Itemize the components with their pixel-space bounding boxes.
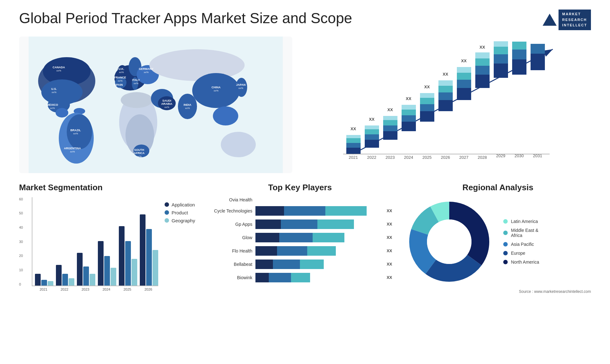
svg-text:xx%: xx%: [118, 79, 122, 82]
player-value: XX: [387, 262, 392, 266]
svg-rect-103: [475, 75, 490, 88]
svg-text:2024: 2024: [404, 155, 413, 160]
bar-chart-container: XX 2021 XX 2022 XX 2023: [305, 37, 591, 173]
svg-text:xx%: xx%: [73, 132, 78, 135]
seg-bar-app: [77, 253, 83, 286]
seg-bar-app: [140, 214, 146, 286]
svg-text:2027: 2027: [459, 155, 469, 160]
legend-dot-product: [165, 210, 169, 215]
player-ovia-health: Ovia Health: [208, 197, 392, 202]
bar-seg1: [255, 246, 277, 256]
svg-text:JAPAN: JAPAN: [236, 83, 246, 86]
seg-xlabel-2025: 2025: [118, 287, 137, 291]
svg-rect-116: [512, 42, 526, 50]
svg-text:XX: XX: [424, 84, 430, 89]
segmentation-title: Market Segmentation: [19, 183, 195, 192]
svg-text:SOUTH: SOUTH: [134, 148, 144, 152]
svg-rect-104: [475, 66, 490, 75]
legend-dot-europe: [503, 251, 508, 255]
player-value: XX: [387, 235, 392, 240]
seg-bar-product: [146, 229, 152, 286]
seg-group-2021: [35, 274, 53, 286]
legend-dot-asia-pacific: [503, 242, 508, 246]
player-cycle-technologies: Cycle Technologies XX: [208, 206, 392, 216]
player-bar: [255, 246, 381, 256]
regional-section: Regional Analysis: [405, 183, 591, 316]
legend-label-product: Product: [172, 210, 188, 215]
svg-text:GERMANY: GERMANY: [139, 67, 153, 71]
seg-bar-product: [104, 256, 110, 286]
svg-rect-114: [512, 59, 526, 75]
svg-rect-75: [383, 120, 397, 125]
player-name: Glow: [208, 235, 252, 240]
svg-text:XX: XX: [443, 72, 448, 77]
bar-seg2: [273, 260, 300, 269]
svg-rect-109: [494, 64, 508, 78]
donut-chart: [405, 197, 494, 286]
svg-point-8: [67, 114, 92, 149]
legend-north-america: North America: [503, 260, 539, 265]
donut-svg: [405, 197, 494, 286]
player-bar: [255, 260, 381, 269]
segmentation-bars: [32, 197, 158, 286]
player-name: Gp Apps: [208, 222, 252, 227]
page-title: Global Period Tracker Apps Market Size a…: [19, 10, 352, 27]
bar-seg3: [313, 233, 344, 242]
svg-rect-106: [475, 52, 490, 58]
seg-bar-product: [125, 241, 131, 286]
top-section: CANADA xx% U.S. xx% MEXICO xx% BRAZIL xx…: [19, 37, 591, 173]
svg-text:xx%: xx%: [164, 106, 169, 109]
svg-rect-67: [365, 140, 379, 148]
player-name: Flo Health: [208, 248, 252, 253]
svg-text:XX: XX: [406, 96, 411, 101]
seg-xlabel-2022: 2022: [55, 287, 74, 291]
svg-text:xx%: xx%: [144, 71, 148, 74]
svg-text:xx%: xx%: [56, 69, 61, 72]
players-title: Top Key Players: [208, 183, 392, 192]
seg-bar-geo: [111, 268, 116, 286]
svg-text:XX: XX: [387, 107, 393, 112]
svg-text:SAUDI: SAUDI: [162, 99, 171, 102]
svg-text:xx%: xx%: [238, 87, 243, 90]
header: Global Period Tracker Apps Market Size a…: [19, 10, 591, 30]
svg-rect-61: [346, 148, 361, 154]
svg-text:XX: XX: [350, 126, 356, 131]
svg-point-22: [178, 94, 197, 119]
svg-rect-81: [402, 110, 416, 115]
players-section: Top Key Players Ovia Health Cycle Techno…: [208, 183, 392, 316]
legend-label-europe: Europe: [511, 251, 525, 256]
svg-rect-119: [531, 44, 545, 54]
segmentation-section: Market Segmentation 60 50 40 30 20 10 0: [19, 183, 195, 316]
svg-text:SPAIN: SPAIN: [114, 83, 123, 86]
player-bellabeat: Bellabeat XX: [208, 260, 392, 269]
player-name: Bellabeat: [208, 262, 252, 267]
bar-seg3: [317, 219, 354, 229]
svg-rect-91: [438, 100, 453, 111]
svg-text:XX: XX: [369, 117, 375, 122]
player-name: Biowink: [208, 275, 252, 280]
seg-bar-geo: [90, 274, 95, 286]
svg-text:xx%: xx%: [51, 91, 56, 94]
regional-content: Latin America Middle East &Africa Asia P…: [405, 197, 591, 286]
seg-bar-app: [98, 241, 104, 286]
logo: MARKETRESEARCHINTELLECT: [543, 10, 591, 30]
bottom-section: Market Segmentation 60 50 40 30 20 10 0: [19, 183, 591, 316]
svg-rect-93: [438, 86, 453, 92]
svg-text:BRAZIL: BRAZIL: [71, 129, 81, 132]
svg-text:U.K.: U.K.: [119, 67, 124, 71]
bar-seg1: [255, 219, 281, 229]
seg-bar-geo: [132, 259, 137, 286]
player-value: XX: [387, 222, 392, 226]
svg-text:2026: 2026: [441, 155, 450, 160]
legend-product: Product: [165, 210, 195, 215]
seg-xlabel-2023: 2023: [76, 287, 95, 291]
seg-bar-geo: [69, 278, 74, 286]
svg-rect-111: [494, 47, 508, 54]
player-glow: Glow XX: [208, 233, 392, 242]
svg-rect-70: [365, 125, 379, 129]
seg-bar-app: [56, 265, 62, 286]
legend-label-latin-america: Latin America: [511, 219, 538, 224]
svg-text:U.S.: U.S.: [51, 87, 57, 91]
bar-seg1: [255, 206, 284, 216]
svg-text:MEXICO: MEXICO: [47, 103, 58, 106]
